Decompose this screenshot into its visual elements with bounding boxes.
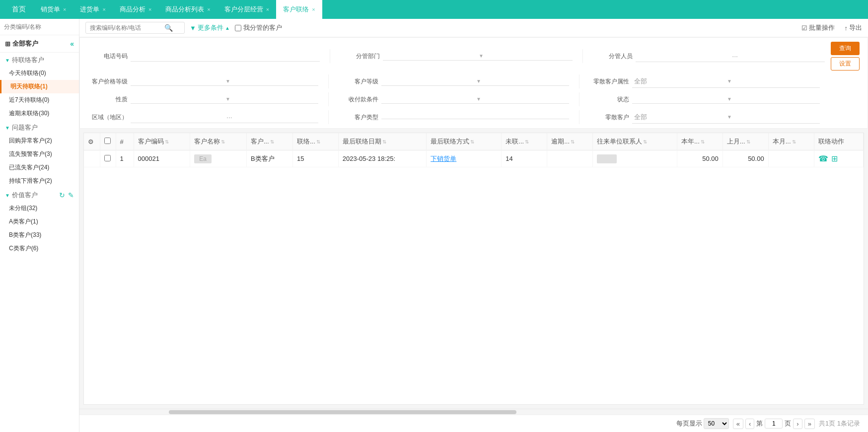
page-size-dropdown[interactable]: 50 100 200 xyxy=(704,418,729,429)
filter-select-person[interactable]: ··· xyxy=(636,51,825,62)
filter-select-dept[interactable]: ▼ xyxy=(383,52,572,61)
retail-customer-arrow: ▼ xyxy=(727,114,818,120)
last-method-link[interactable]: 下销货单 xyxy=(431,155,456,162)
sort-icon-type[interactable]: ⇅ xyxy=(270,139,274,144)
td-uncontacted: 14 xyxy=(502,150,547,167)
sidebar-item-churned[interactable]: 已流失客户(24) xyxy=(0,161,79,174)
filter-cell-phone: 电话号码 xyxy=(88,51,320,62)
last-page-button[interactable]: » xyxy=(804,419,815,429)
sort-icon-name[interactable]: ⇅ xyxy=(221,139,225,144)
section-title-pending: ▼ 待联络客户 xyxy=(0,53,79,67)
query-button[interactable]: 查询 xyxy=(831,42,860,55)
nature-arrow: ▼ xyxy=(225,96,316,102)
first-page-button[interactable]: « xyxy=(733,419,743,429)
filter-label-customer-grade: 客户等级 xyxy=(339,77,378,86)
filter-select-nature[interactable]: ▼ xyxy=(131,95,318,104)
filter-select-retail-attr[interactable]: 全部 ▼ xyxy=(632,75,820,88)
filter-input-phone[interactable] xyxy=(131,51,320,62)
scrollbar-thumb[interactable] xyxy=(169,410,516,414)
nav-item-purchase[interactable]: 进货单 × xyxy=(73,0,112,19)
sort-icon-overdue[interactable]: ⇅ xyxy=(571,139,575,144)
td-check xyxy=(100,150,116,167)
td-unit-contact xyxy=(593,150,677,167)
batch-op-button[interactable]: ☑ 批量操作 xyxy=(801,23,835,32)
sidebar-item-abnormal[interactable]: 回购异常客户(2) xyxy=(0,134,79,147)
export-button[interactable]: ↑ 导出 xyxy=(845,23,863,32)
search-input[interactable] xyxy=(90,24,164,31)
nav-item-customer-contact[interactable]: 客户联络 × xyxy=(276,0,322,19)
section-arrow-problem: ▼ xyxy=(5,125,10,131)
filter-select-region[interactable]: ··· xyxy=(131,112,318,123)
next-page-button[interactable]: › xyxy=(793,419,802,429)
close-purchase-tab[interactable]: × xyxy=(102,6,105,12)
filter-select-price-grade[interactable]: ▼ xyxy=(131,77,318,86)
sidebar-collapse-icon[interactable]: « xyxy=(70,40,74,48)
sidebar-item-7days[interactable]: 近7天待联络(0) xyxy=(0,93,79,107)
sort-icon-last-month[interactable]: ⇅ xyxy=(746,139,750,144)
sort-icon-this-year[interactable]: ⇅ xyxy=(701,139,705,144)
sidebar-item-tomorrow[interactable]: 明天待联络(1) xyxy=(0,80,79,93)
more-action-icon[interactable]: ⊞ xyxy=(831,154,838,163)
nav-item-sales[interactable]: 销货单 × xyxy=(34,0,73,19)
filter-row-3: 性质 ▼ 收付款条件 ▼ 状态 xyxy=(88,92,860,106)
th-overdue: 逾期... ⇅ xyxy=(547,133,593,150)
filter-row-2: 客户价格等级 ▼ 客户等级 ▼ 零散客户属性 xyxy=(88,74,860,88)
search-submit-icon[interactable]: 🔍 xyxy=(164,24,173,32)
nav-item-customer-tier[interactable]: 客户分层经营 × xyxy=(217,0,276,19)
sort-icon-code[interactable]: ⇅ xyxy=(165,139,169,144)
nav-item-product-analysis[interactable]: 商品分析 × xyxy=(113,0,158,19)
top-navigation: 首页 销货单 × 进货单 × 商品分析 × 商品分析列表 × 客户分层经营 × … xyxy=(0,0,868,19)
sidebar-item-ungrouped[interactable]: 未分组(32) xyxy=(0,202,79,215)
td-overdue xyxy=(547,150,593,167)
close-customer-contact-tab[interactable]: × xyxy=(312,6,315,12)
filter-select-customer-type[interactable] xyxy=(381,116,569,119)
sidebar-item-churn-warning[interactable]: 流失预警客户(3) xyxy=(0,147,79,161)
horizontal-scrollbar[interactable] xyxy=(79,409,868,415)
unit-contact-masked xyxy=(597,154,617,163)
sort-icon-uncontacted[interactable]: ⇅ xyxy=(525,139,529,144)
sidebar-item-overdue[interactable]: 逾期未联络(30) xyxy=(0,107,79,120)
sort-icon-last-method[interactable]: ⇅ xyxy=(470,139,474,144)
my-customer-checkbox-wrap[interactable]: 我分管的客户 xyxy=(235,23,282,32)
sidebar-item-declining[interactable]: 持续下滑客户(2) xyxy=(0,174,79,188)
filter-label-person: 分管人员 xyxy=(593,52,633,61)
close-customer-tier-tab[interactable]: × xyxy=(266,6,269,12)
more-filter-button[interactable]: ▼ 更多条件 ▲ xyxy=(190,23,230,32)
value-section-icon1[interactable]: ↻ xyxy=(59,191,65,199)
value-section-icon2[interactable]: ✎ xyxy=(68,191,74,199)
sidebar-item-class-c[interactable]: C类客户(6) xyxy=(0,242,79,255)
close-sales-tab[interactable]: × xyxy=(63,6,66,12)
region-dots-icon[interactable]: ··· xyxy=(226,113,316,121)
person-dots-icon[interactable]: ··· xyxy=(732,52,823,60)
prev-page-button[interactable]: ‹ xyxy=(745,419,754,429)
filter-select-payment[interactable]: ▼ xyxy=(381,95,569,104)
status-arrow: ▼ xyxy=(727,96,818,102)
sort-icon-last-date[interactable]: ⇅ xyxy=(382,139,386,144)
sort-icon-unit-contact[interactable]: ⇅ xyxy=(643,139,647,144)
filter-select-status[interactable]: ▼ xyxy=(632,95,820,104)
sort-icon-contact[interactable]: ⇅ xyxy=(316,139,320,144)
sidebar-item-today[interactable]: 今天待联络(0) xyxy=(0,67,79,80)
nav-home[interactable]: 首页 xyxy=(4,0,34,19)
filter-cell-customer-type: 客户类型 xyxy=(339,113,569,122)
contact-action-icon[interactable]: ☎ xyxy=(818,154,828,163)
my-customer-checkbox[interactable] xyxy=(235,25,241,31)
sort-icon-this-month[interactable]: ⇅ xyxy=(792,139,796,144)
close-product-list-tab[interactable]: × xyxy=(207,6,210,12)
th-settings: ⚙ xyxy=(84,133,100,150)
sidebar-search-input[interactable] xyxy=(4,23,78,30)
filter-cell-price-grade: 客户价格等级 ▼ xyxy=(88,77,318,86)
settings-icon[interactable]: ⚙ xyxy=(88,138,94,145)
select-all-checkbox[interactable] xyxy=(104,138,111,144)
sidebar-item-class-b[interactable]: B类客户(33) xyxy=(0,228,79,242)
page-number-input[interactable] xyxy=(765,419,783,429)
reset-button[interactable]: 设置 xyxy=(831,57,860,71)
sidebar-item-class-a[interactable]: A类客户(1) xyxy=(0,215,79,228)
close-product-analysis-tab[interactable]: × xyxy=(148,6,151,12)
filter-label-dept: 分管部门 xyxy=(340,52,380,61)
sidebar-all-customers[interactable]: ⊞ 全部客户 « xyxy=(0,35,79,53)
filter-select-customer-grade[interactable]: ▼ xyxy=(381,77,569,86)
row-checkbox[interactable] xyxy=(104,155,111,161)
nav-item-product-list[interactable]: 商品分析列表 × xyxy=(158,0,217,19)
filter-select-retail-customer[interactable]: 全部 ▼ xyxy=(632,111,820,124)
